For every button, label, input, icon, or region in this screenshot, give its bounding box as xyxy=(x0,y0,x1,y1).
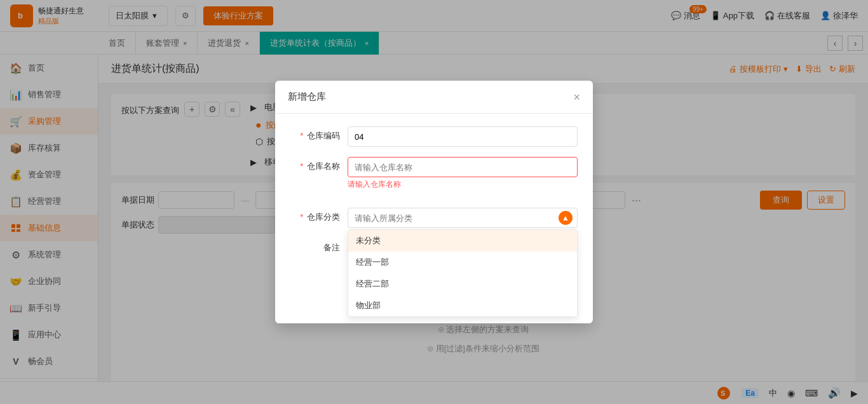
dropdown-item-dept2[interactable]: 经营二部 xyxy=(348,273,577,295)
name-input[interactable] xyxy=(348,157,578,177)
code-input[interactable] xyxy=(348,126,578,147)
code-label: * 仓库编码 xyxy=(290,126,348,142)
name-label: * 仓库名称 xyxy=(290,157,348,172)
add-warehouse-modal: 新增仓库 × * 仓库编码 * 仓库名称 请输入仓库名称 xyxy=(275,81,593,323)
modal-body: * 仓库编码 * 仓库名称 请输入仓库名称 * xyxy=(275,114,593,276)
dropdown-item-property[interactable]: 物业部 xyxy=(348,295,577,316)
category-label: * 仓库分类 xyxy=(290,208,348,223)
code-form-row: * 仓库编码 xyxy=(290,126,578,147)
modal-overlay: 新增仓库 × * 仓库编码 * 仓库名称 请输入仓库名称 xyxy=(0,0,868,404)
modal-title: 新增仓库 xyxy=(288,91,326,103)
dropdown-item-dept1[interactable]: 经营一部 xyxy=(348,252,577,273)
remark-label: 备注 xyxy=(290,238,348,253)
modal-header: 新增仓库 × xyxy=(275,81,593,114)
category-dropdown: 未分类 经营一部 经营二部 物业部 xyxy=(348,229,578,317)
category-form-row: * 仓库分类 ▲ 未分类 经营一部 经营二部 物业部 xyxy=(290,208,578,228)
category-arrow-icon[interactable]: ▲ xyxy=(559,211,573,225)
name-form-row: * 仓库名称 请输入仓库名称 xyxy=(290,157,578,190)
category-input[interactable] xyxy=(348,208,578,228)
name-error-msg: 请输入仓库名称 xyxy=(348,179,578,190)
modal-close-button[interactable]: × xyxy=(573,91,580,103)
dropdown-item-uncategorized[interactable]: 未分类 xyxy=(348,230,577,252)
category-select-wrapper: ▲ 未分类 经营一部 经营二部 物业部 xyxy=(348,208,578,228)
